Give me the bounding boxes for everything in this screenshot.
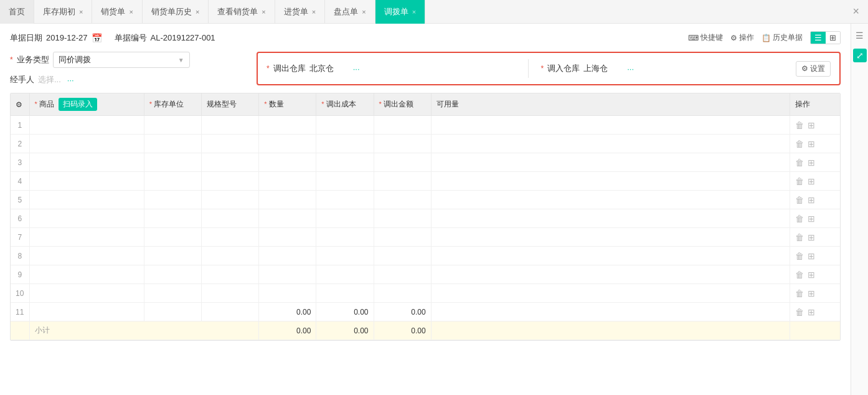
spec-cell[interactable] (202, 209, 259, 228)
tab-sales-order[interactable]: 销货单 × (92, 0, 142, 24)
cost-cell[interactable] (316, 284, 374, 303)
available-cell[interactable] (431, 284, 790, 303)
quantity-cell[interactable] (259, 247, 316, 265)
tab-view-sales-close[interactable]: × (262, 8, 265, 16)
available-cell[interactable] (431, 191, 790, 209)
amount-cell[interactable] (374, 209, 431, 228)
cost-cell[interactable] (316, 191, 374, 209)
out-warehouse-value[interactable]: 北京仓 (309, 63, 347, 74)
quantity-cell[interactable] (259, 284, 316, 303)
in-warehouse-more-button[interactable]: ··· (627, 64, 634, 74)
spec-cell[interactable] (202, 135, 259, 153)
copy-icon[interactable]: ⊞ (808, 232, 815, 242)
available-cell[interactable] (431, 116, 790, 135)
cost-cell[interactable] (316, 228, 374, 247)
quantity-cell[interactable] (259, 172, 316, 191)
delete-icon[interactable]: 🗑 (795, 158, 804, 168)
copy-icon[interactable]: ⊞ (808, 288, 815, 298)
available-cell[interactable] (431, 247, 790, 265)
delete-icon[interactable]: 🗑 (795, 251, 804, 261)
amount-cell[interactable] (374, 191, 431, 209)
product-cell[interactable] (29, 209, 144, 228)
spec-cell[interactable] (202, 265, 259, 284)
unit-cell[interactable] (144, 191, 201, 209)
cost-cell[interactable] (316, 247, 374, 265)
available-cell[interactable] (431, 153, 790, 172)
quantity-cell[interactable] (259, 153, 316, 172)
amount-cell[interactable] (374, 153, 431, 172)
product-cell[interactable] (29, 228, 144, 247)
person-select[interactable]: 选择... (38, 74, 61, 85)
view-list-button[interactable]: ☰ (811, 32, 826, 44)
sidebar-expand-icon[interactable]: ⤢ (853, 49, 867, 62)
tab-sales-history[interactable]: 销货单历史 × (143, 0, 209, 24)
unit-cell[interactable] (144, 265, 201, 284)
delete-icon[interactable]: 🗑 (795, 120, 804, 130)
available-cell[interactable] (431, 228, 790, 247)
spec-cell[interactable] (202, 247, 259, 265)
product-cell[interactable] (29, 191, 144, 209)
spec-cell[interactable] (202, 228, 259, 247)
person-more-button[interactable]: ··· (67, 75, 74, 85)
sidebar-notes-icon[interactable]: ☰ (853, 29, 867, 42)
quantity-cell[interactable] (259, 191, 316, 209)
cost-cell[interactable] (316, 116, 374, 135)
cost-cell[interactable] (316, 172, 374, 191)
unit-cell[interactable] (144, 135, 201, 153)
unit-cell[interactable] (144, 284, 201, 303)
amount-cell[interactable] (374, 247, 431, 265)
tab-bar-close-button[interactable]: × (844, 0, 868, 24)
unit-cell[interactable] (144, 172, 201, 191)
unit-cell[interactable] (144, 209, 201, 228)
copy-icon[interactable]: ⊞ (808, 120, 815, 130)
in-warehouse-value[interactable]: 上海仓 (583, 63, 621, 74)
calendar-icon[interactable]: 📅 (92, 33, 102, 43)
out-warehouse-more-button[interactable]: ··· (353, 64, 360, 74)
available-cell[interactable] (431, 209, 790, 228)
product-cell[interactable] (29, 153, 144, 172)
delete-icon[interactable]: 🗑 (795, 270, 804, 280)
copy-icon[interactable]: ⊞ (808, 270, 815, 280)
product-cell[interactable] (29, 116, 144, 135)
cost-cell[interactable] (316, 209, 374, 228)
spec-cell[interactable] (202, 172, 259, 191)
product-cell[interactable] (29, 172, 144, 191)
business-type-dropdown[interactable]: 同价调拨 ▼ (53, 52, 190, 68)
date-value[interactable]: 2019-12-27 (46, 33, 88, 42)
tab-inventory-init[interactable]: 库存期初 × (34, 0, 92, 24)
product-cell[interactable] (29, 284, 144, 303)
delete-icon[interactable]: 🗑 (795, 307, 804, 317)
unit-cell[interactable] (144, 247, 201, 265)
cost-cell[interactable] (316, 265, 374, 284)
delete-icon[interactable]: 🗑 (795, 288, 804, 298)
amount-cell[interactable] (374, 135, 431, 153)
shortcut-button[interactable]: ⌨ 快捷键 (688, 32, 723, 43)
tab-inventory-init-close[interactable]: × (79, 8, 83, 16)
spec-cell[interactable] (202, 191, 259, 209)
th-settings[interactable]: ⚙ (11, 93, 29, 116)
delete-icon[interactable]: 🗑 (795, 176, 804, 186)
tab-sales-history-close[interactable]: × (196, 8, 199, 16)
tab-purchase-order[interactable]: 进货单 × (275, 0, 325, 24)
quantity-cell[interactable] (259, 209, 316, 228)
copy-icon[interactable]: ⊞ (808, 158, 815, 168)
cost-cell[interactable] (316, 135, 374, 153)
delete-icon[interactable]: 🗑 (795, 232, 804, 242)
product-cell[interactable] (29, 247, 144, 265)
view-grid-button[interactable]: ⊞ (826, 32, 840, 44)
delete-icon[interactable]: 🗑 (795, 214, 804, 224)
available-cell[interactable] (431, 172, 790, 191)
spec-cell[interactable] (202, 116, 259, 135)
tab-transfer-order-close[interactable]: × (412, 8, 416, 16)
delete-icon[interactable]: 🗑 (795, 195, 804, 205)
quantity-cell[interactable] (259, 116, 316, 135)
copy-icon[interactable]: ⊞ (808, 214, 815, 224)
tab-sales-order-close[interactable]: × (129, 8, 133, 16)
copy-icon[interactable]: ⊞ (808, 195, 815, 205)
operate-button[interactable]: ⚙ 操作 (730, 32, 754, 43)
unit-cell[interactable] (144, 228, 201, 247)
copy-icon[interactable]: ⊞ (808, 176, 815, 186)
tab-view-sales[interactable]: 查看销货单 × (209, 0, 275, 24)
copy-icon[interactable]: ⊞ (808, 307, 815, 317)
settings-button[interactable]: ⚙ 设置 (796, 61, 831, 77)
